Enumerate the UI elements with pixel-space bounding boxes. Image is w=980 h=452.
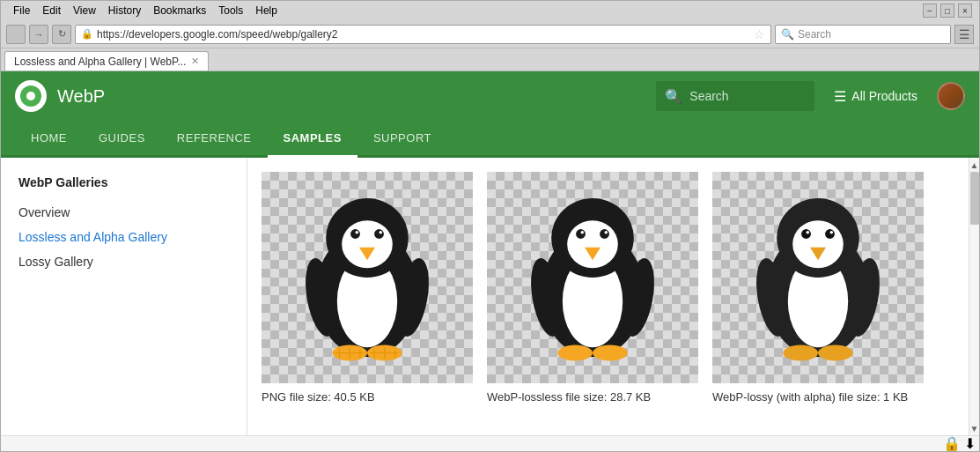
sidebar: WebP Galleries Overview Lossless and Alp… — [1, 158, 247, 435]
status-bar: 🔒 ⬇ — [1, 435, 979, 451]
browser-search-box[interactable]: 🔍 Search — [775, 25, 951, 44]
status-icon-lock: 🔒 — [943, 435, 961, 451]
minimize-button[interactable]: − — [923, 4, 937, 18]
gallery-content: PNG file size: 40.5 KB — [247, 158, 969, 435]
header-search-placeholder: Search — [689, 89, 728, 103]
nav-bar: ← → ↻ 🔒 https://developers.google.com/sp… — [1, 20, 979, 48]
sidebar-item-overview[interactable]: Overview — [18, 200, 229, 225]
nav-right: 🔍 Search ☰ — [775, 25, 974, 44]
scroll-up-arrow[interactable]: ▲ — [969, 158, 979, 172]
title-bar: File Edit View History Bookmarks Tools H… — [1, 1, 979, 20]
lock-icon: 🔒 — [81, 28, 93, 40]
gallery-item-webp-lossless: WebP-lossless file size: 28.7 KB — [487, 172, 698, 404]
menu-file[interactable]: File — [8, 3, 35, 19]
svg-point-31 — [600, 229, 609, 239]
nav-tab-home[interactable]: HOME — [15, 121, 83, 155]
address-text: https://developers.google.com/speed/webp… — [97, 28, 750, 41]
svg-point-32 — [605, 231, 608, 234]
nav-tab-samples[interactable]: SAMPLES — [268, 121, 357, 158]
browser-menu-button[interactable]: ☰ — [954, 25, 974, 44]
menu-help[interactable]: Help — [250, 3, 283, 19]
svg-point-41 — [792, 220, 844, 268]
header-search-box[interactable]: 🔍 Search — [656, 81, 814, 111]
webp-title: WebP — [57, 86, 645, 107]
webp-logo — [15, 80, 47, 112]
forward-button[interactable]: → — [29, 25, 48, 44]
bookmark-star[interactable]: ☆ — [754, 27, 765, 41]
svg-point-43 — [801, 229, 811, 239]
page-content: WebP 🔍 Search ☰ All Products HOME GUIDES… — [1, 71, 979, 451]
status-icon-download: ⬇ — [964, 435, 976, 451]
webp-nav: HOME GUIDES REFERENCE SAMPLES SUPPORT — [1, 121, 979, 158]
menu-tools[interactable]: Tools — [213, 3, 248, 19]
svg-point-9 — [379, 231, 383, 234]
close-button[interactable]: × — [958, 4, 972, 18]
svg-point-37 — [593, 345, 628, 361]
sidebar-item-lossless[interactable]: Lossless and Alpha Gallery — [18, 225, 229, 249]
hamburger-icon: ☰ — [834, 88, 846, 105]
svg-point-36 — [557, 345, 593, 361]
all-products-button[interactable]: ☰ All Products — [825, 88, 926, 105]
sidebar-item-lossy[interactable]: Lossy Gallery — [18, 249, 229, 274]
header-search-icon: 🔍 — [665, 88, 682, 105]
gallery-grid: PNG file size: 40.5 KB — [262, 172, 954, 404]
svg-point-28 — [576, 229, 586, 239]
image-caption-png: PNG file size: 40.5 KB — [262, 390, 473, 404]
webp-header: WebP 🔍 Search ☰ All Products — [1, 71, 979, 121]
scroll-down-arrow[interactable]: ▼ — [969, 421, 979, 435]
back-button[interactable]: ← — [6, 25, 26, 44]
all-products-label: All Products — [851, 89, 917, 103]
webp-logo-inner — [20, 85, 41, 107]
window-controls: − □ × — [923, 4, 972, 18]
tab-bar: Lossless and Alpha Gallery | WebP... ✕ — [1, 48, 979, 71]
gallery-item-png: PNG file size: 40.5 KB — [262, 172, 473, 404]
svg-point-46 — [825, 229, 835, 239]
gallery-image-png — [262, 172, 473, 383]
scroll-thumb[interactable] — [970, 172, 979, 225]
svg-point-3 — [342, 220, 393, 268]
gallery-item-webp-lossy: WebP-lossy (with alpha) file size: 1 KB — [712, 172, 924, 404]
gallery-image-webp-lossy — [712, 172, 924, 383]
browser-search-text: Search — [798, 28, 831, 41]
svg-point-26 — [567, 220, 618, 268]
reload-button[interactable]: ↻ — [52, 25, 71, 44]
nav-tab-support[interactable]: SUPPORT — [357, 121, 447, 155]
svg-point-51 — [783, 345, 818, 361]
svg-point-52 — [818, 345, 853, 361]
browser-search-icon: 🔍 — [781, 28, 794, 41]
main-content: WebP Galleries Overview Lossless and Alp… — [1, 158, 979, 435]
user-avatar[interactable] — [937, 82, 965, 110]
svg-point-44 — [807, 231, 810, 234]
image-caption-webp-lossless: WebP-lossless file size: 28.7 KB — [487, 390, 698, 404]
image-caption-webp-lossy: WebP-lossy (with alpha) file size: 1 KB — [712, 390, 924, 404]
sidebar-section-title: WebP Galleries — [18, 175, 229, 189]
menu-edit[interactable]: Edit — [37, 3, 66, 19]
svg-point-6 — [356, 231, 359, 234]
browser-window: File Edit View History Bookmarks Tools H… — [0, 0, 980, 452]
tab-title: Lossless and Alpha Gallery | WebP... — [14, 56, 186, 68]
svg-point-29 — [581, 231, 585, 234]
svg-point-5 — [350, 229, 360, 239]
svg-point-8 — [374, 229, 384, 239]
menu-bookmarks[interactable]: Bookmarks — [148, 3, 211, 19]
menu-view[interactable]: View — [68, 3, 101, 19]
scroll-track[interactable] — [969, 172, 979, 421]
nav-tab-guides[interactable]: GUIDES — [83, 121, 161, 155]
menu-history[interactable]: History — [103, 3, 146, 19]
tab-close-icon[interactable]: ✕ — [191, 56, 199, 67]
menu-bar: File Edit View History Bookmarks Tools H… — [8, 3, 283, 19]
address-bar[interactable]: 🔒 https://developers.google.com/speed/we… — [75, 25, 771, 44]
active-tab[interactable]: Lossless and Alpha Gallery | WebP... ✕ — [4, 51, 209, 70]
gallery-image-webp-lossless — [487, 172, 698, 383]
nav-tab-reference[interactable]: REFERENCE — [161, 121, 268, 155]
svg-point-47 — [830, 231, 834, 234]
maximize-button[interactable]: □ — [940, 4, 954, 18]
vertical-scrollbar[interactable]: ▲ ▼ — [969, 158, 979, 435]
